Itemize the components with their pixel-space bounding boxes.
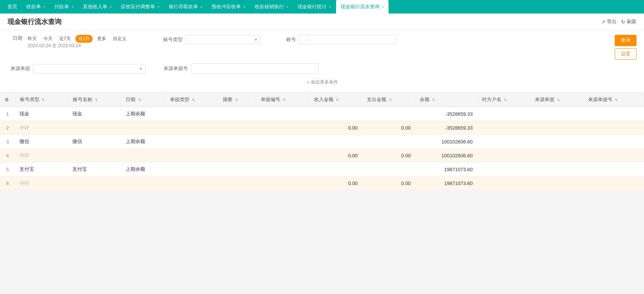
cell-doc-type: [165, 176, 218, 190]
col-summary[interactable]: 摘要 ⇅: [218, 93, 256, 107]
col-balance[interactable]: 余额 ⇅: [415, 93, 477, 107]
cell-index: 1: [0, 107, 15, 121]
cell-doc-no: [256, 107, 309, 121]
nav-receipt-close[interactable]: ×: [43, 4, 45, 9]
query-button[interactable]: 查询: [615, 35, 636, 46]
date-opt-1month[interactable]: 近1月: [75, 35, 93, 43]
export-icon: ↗: [601, 19, 605, 25]
cell-doc-no: [256, 135, 309, 149]
col-source-doc[interactable]: 来源单据 ⇅: [530, 93, 583, 107]
nav-bank-deposit-close[interactable]: ×: [200, 4, 203, 9]
col-account-type[interactable]: 账号类型 ⇅: [15, 93, 68, 107]
col-doc-no[interactable]: 单据编号 ⇅: [256, 93, 309, 107]
collapse-bar[interactable]: ∧ 收起更多条件: [8, 77, 636, 88]
nav-cash-stats-close[interactable]: ×: [329, 4, 331, 9]
cell-balance: 19871073.60: [415, 176, 477, 190]
col-source-doc-no[interactable]: 来源单据号 ⇅: [583, 93, 644, 107]
source-doc-arrow-icon: ▾: [140, 66, 142, 72]
col-gear[interactable]: ⚙: [0, 93, 15, 107]
nav-adjustment[interactable]: 应收应付调整单 ×: [116, 0, 164, 13]
cell-source-doc-no: [583, 107, 644, 121]
account-type-select[interactable]: ▾: [186, 35, 261, 44]
nav-payment[interactable]: 付款单 ×: [50, 0, 78, 13]
cell-expense: 0.00: [362, 176, 415, 190]
date-opt-more[interactable]: 更多: [95, 35, 108, 43]
cell-income: [309, 135, 362, 149]
account-no-select[interactable]: ···: [299, 35, 396, 44]
nav-cash-flow-close[interactable]: ×: [382, 4, 384, 9]
table-area: ⚙ 账号类型 ⇅ 账号名称 ⇅ 日期 ⇅ 单据类型 ⇅ 摘要 ⇅ 单据编号 ⇅ …: [0, 93, 644, 190]
cell-index: 6: [0, 176, 15, 190]
date-opt-yesterday[interactable]: 昨天: [26, 35, 39, 43]
sort-balance-icon: ⇅: [432, 98, 435, 102]
nav-payment-close[interactable]: ×: [71, 4, 74, 9]
nav-bank-deposit[interactable]: 银行存取款单 ×: [164, 0, 207, 13]
cell-source-doc: [530, 135, 583, 149]
date-label: 日期: [8, 35, 23, 42]
table-row[interactable]: 5支付宝支付宝上期余额19871073.60: [0, 163, 644, 176]
account-type-value: [189, 37, 191, 42]
cell-summary: [218, 176, 256, 190]
cell-source-doc-no: [583, 176, 644, 190]
cell-source-doc-no: [583, 149, 644, 163]
nav-home[interactable]: 首页: [3, 0, 22, 13]
cell-date: 上期余额: [121, 163, 165, 176]
cell-index: 3: [0, 135, 15, 149]
source-doc-no-input[interactable]: [191, 63, 318, 74]
source-doc-select[interactable]: ▾: [33, 64, 146, 73]
account-no-dots[interactable]: ···: [304, 37, 311, 42]
cell-source-doc-no: [583, 163, 644, 176]
date-opt-today[interactable]: 今天: [41, 35, 55, 43]
cell-account-name: [68, 121, 121, 135]
cell-doc-no: [256, 121, 309, 135]
col-income[interactable]: 收入金额 ⇅: [309, 93, 362, 107]
col-account-name[interactable]: 账号名称 ⇅: [68, 93, 121, 107]
nav-other-income-close[interactable]: ×: [110, 4, 112, 9]
col-expense[interactable]: 支出金额 ⇅: [362, 93, 415, 107]
table-row[interactable]: 6小计0.000.0019871073.60: [0, 176, 644, 190]
cell-source-doc: [530, 121, 583, 135]
col-date[interactable]: 日期 ⇅: [121, 93, 165, 107]
table-header-row: ⚙ 账号类型 ⇅ 账号名称 ⇅ 日期 ⇅ 单据类型 ⇅ 摘要 ⇅ 单据编号 ⇅ …: [0, 93, 644, 107]
cell-account-name: 支付宝: [68, 163, 121, 176]
cell-income: 0.00: [309, 149, 362, 163]
cell-counterparty: [477, 163, 530, 176]
cell-doc-no: [256, 176, 309, 190]
nav-receipt[interactable]: 收款单 ×: [22, 0, 50, 13]
nav-cash-stats[interactable]: 现金银行统计 ×: [293, 0, 336, 13]
col-doc-type[interactable]: 单据类型 ⇅: [165, 93, 218, 107]
table-row[interactable]: 4小计0.000.00100102606.60: [0, 149, 644, 163]
nav-verify-close[interactable]: ×: [286, 4, 288, 9]
source-doc-value: [36, 66, 38, 72]
gear-icon[interactable]: ⚙: [5, 97, 9, 103]
sort-account-name-icon: ⇅: [95, 98, 98, 102]
export-button[interactable]: ↗ 导出: [601, 18, 617, 25]
cell-summary: [218, 149, 256, 163]
cell-account-name: 微信: [68, 135, 121, 149]
cell-expense: [362, 135, 415, 149]
cell-date: [121, 149, 165, 163]
nav-cash-flow[interactable]: 现金银行流水查询 ×: [336, 0, 389, 13]
source-doc-no-label: 来源单据号: [164, 65, 188, 72]
sort-summary-icon: ⇅: [235, 98, 238, 102]
date-opt-custom[interactable]: 自定义: [111, 35, 129, 43]
nav-adjustment-close[interactable]: ×: [157, 4, 159, 9]
table-row[interactable]: 1现金现金上期余额-3528659.33: [0, 107, 644, 121]
sort-expense-icon: ⇅: [389, 98, 392, 102]
date-opt-7days[interactable]: 近7天: [57, 35, 73, 43]
table-row[interactable]: 2小计0.000.00-3528659.33: [0, 121, 644, 135]
nav-verify[interactable]: 收款核销执行 ×: [250, 0, 293, 13]
cell-expense: [362, 107, 415, 121]
settings-button[interactable]: 设置: [615, 48, 636, 60]
table-row[interactable]: 3微信微信上期余额100102606.60: [0, 135, 644, 149]
col-counterparty[interactable]: 对方户名 ⇅: [477, 93, 530, 107]
nav-other-income[interactable]: 其他收入单 ×: [78, 0, 116, 13]
refresh-button[interactable]: ↻ 刷新: [621, 18, 636, 25]
data-table: ⚙ 账号类型 ⇅ 账号名称 ⇅ 日期 ⇅ 单据类型 ⇅ 摘要 ⇅ 单据编号 ⇅ …: [0, 93, 644, 190]
sort-date-icon: ⇅: [138, 98, 141, 102]
header-actions: ↗ 导出 ↻ 刷新: [601, 18, 636, 25]
source-doc-label: 来源单据: [8, 65, 30, 72]
cell-balance: -3528659.33: [415, 121, 477, 135]
nav-advance-close[interactable]: ×: [243, 4, 245, 9]
nav-advance[interactable]: 预收冲应收单 ×: [207, 0, 250, 13]
